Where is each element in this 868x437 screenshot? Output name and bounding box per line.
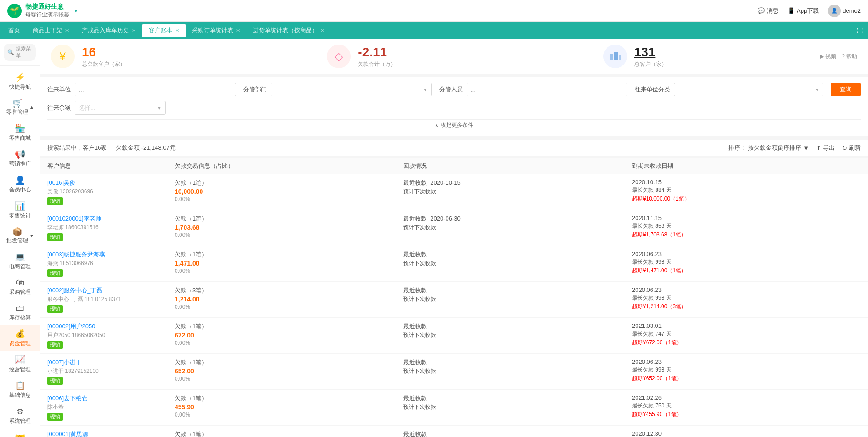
tab-close-import-stats[interactable]: ✕ <box>321 28 325 34</box>
sidebar-item-retail-mgmt[interactable]: 🛒 零售管理 ▲ <box>0 95 40 120</box>
inventory-icon: 🗃 <box>16 303 24 313</box>
source-category-select[interactable]: ▼ <box>674 83 823 96</box>
query-button[interactable]: 查询 <box>831 83 861 96</box>
tab-close-production-history[interactable]: ✕ <box>132 28 136 34</box>
debt-amount[interactable]: 1,703.68 <box>175 224 403 231</box>
debt-amount[interactable]: 652.00 <box>175 367 403 375</box>
customer-info-cell: [0003]畅捷服务尹海燕 海燕 18513066976 现销 <box>47 251 175 277</box>
message-btn[interactable]: 💬 消息 <box>758 7 778 15</box>
next-collection: 预计下次收款 <box>403 224 632 231</box>
customer-name-link[interactable]: [000002]用户2050 <box>47 322 175 331</box>
customer-name-link[interactable]: [0001020001]李老师 <box>47 215 175 223</box>
results-info: 搜索结果中，客户16家 欠款金额 -21,148.07元 <box>47 144 176 152</box>
collapse-filters-btn[interactable]: ∧ 收起更多条件 <box>47 119 861 131</box>
customer-name-link[interactable]: [0007]小进干 <box>47 358 175 367</box>
collection-cell: 最近收款 2020-06-30 预计下次收款 <box>403 215 632 231</box>
sort-select[interactable]: 排序： 按欠款金额倒序排序 ▼ <box>728 144 809 152</box>
balance-select[interactable]: 选择... ▼ <box>75 101 166 115</box>
sidebar-item-retail-stats[interactable]: 📊 零售统计 <box>0 197 40 223</box>
sidebar-item-purchase-mgmt[interactable]: 🛍 采购管理 <box>0 274 40 300</box>
store-name: 母婴行业演示账套 <box>25 11 69 19</box>
user-area[interactable]: 👤 demo2 <box>828 5 861 17</box>
sidebar-item-finance[interactable]: 💰 资金管理 <box>0 325 40 351</box>
next-collection: 预计下次收款 <box>403 260 632 267</box>
debt-count: 欠款（1笔） <box>175 215 403 223</box>
table-row: [0003]畅捷服务尹海燕 海燕 18513066976 现销 欠款（1笔） 1… <box>40 246 868 282</box>
debt-amount[interactable]: 455.90 <box>175 403 403 411</box>
sort-arrow: ▼ <box>803 145 809 151</box>
refresh-btn[interactable]: ↻ 刷新 <box>842 144 861 152</box>
customer-info-cell: [000002]用户2050 用户2050 18665062050 现销 <box>47 322 175 349</box>
tab-product-off[interactable]: 商品上下架 ✕ <box>26 24 75 37</box>
customer-info-cell: [0006]去下粮仓 陈小希 现销 <box>47 394 175 421</box>
sidebar-item-member[interactable]: 👤 会员中心 <box>0 171 40 197</box>
th-collection: 回款情况 <box>403 162 632 170</box>
sidebar-item-inventory[interactable]: 🗃 库存核算 <box>0 300 40 325</box>
tab-close-product-off[interactable]: ✕ <box>65 28 69 34</box>
sidebar-item-base-info[interactable]: 📋 基础信息 <box>0 377 40 403</box>
customer-sub: 吴俊 13026203696 <box>47 188 175 196</box>
customer-name-link[interactable]: [0003]畅捷服务尹海燕 <box>47 251 175 259</box>
app-download-btn[interactable]: 📱 App下载 <box>788 7 819 15</box>
sidebar-search-area: 🔍 搜索菜单 <box>0 39 40 66</box>
tab-purchase-order[interactable]: 采购订单统计表 ✕ <box>186 24 246 37</box>
sidebar-item-operations[interactable]: 📈 经营管理 <box>0 351 40 377</box>
debt-info-cell: 欠款（1笔） 429.00 0.00% <box>175 430 403 437</box>
sidebar-item-quick-nav[interactable]: ⚡ 快捷导航 <box>0 69 40 95</box>
overdue-amount-link[interactable]: 超期¥455.90（1笔） <box>632 411 861 418</box>
tab-close-purchase-order[interactable]: ✕ <box>236 28 240 34</box>
customer-tag: 现销 <box>47 413 63 421</box>
sidebar-item-system[interactable]: ⚙ 系统管理 <box>0 403 40 429</box>
sidebar-item-retail-mall[interactable]: 🏪 零售商城 <box>0 120 40 146</box>
due-date-cell: 2020.06.23 最长欠款 998 天 超期¥652.00（1笔） <box>632 358 861 382</box>
search-icon: 🔍 <box>7 49 14 55</box>
video-help-btn[interactable]: ▶ 视频 <box>820 53 836 60</box>
tab-controls: — ⛶ <box>845 27 866 34</box>
export-btn[interactable]: ⬆ 导出 <box>816 144 835 152</box>
table-row: [0007]小进干 小进干 18279152100 现销 欠款（1笔） 652.… <box>40 354 868 390</box>
overdue-amount-link[interactable]: 超期¥1,471.00（1笔） <box>632 267 861 275</box>
customer-name-link[interactable]: [0006]去下粮仓 <box>47 394 175 402</box>
collection-cell: 最近收款 预计下次收款 <box>403 394 632 411</box>
debt-amount[interactable]: 1,471.00 <box>175 260 403 267</box>
customer-name-link[interactable]: [0016]吴俊 <box>47 179 175 187</box>
tab-collapse-icon[interactable]: — <box>849 27 855 34</box>
tab-close-customer-account[interactable]: ✕ <box>175 28 179 34</box>
sidebar-item-enterprise[interactable]: 🤝 企业协同 <box>0 429 40 437</box>
dept-select[interactable]: ▼ <box>271 83 432 96</box>
overdue-amount-link[interactable]: 超期¥652.00（1笔） <box>632 375 861 382</box>
overdue-amount-link[interactable]: 超期¥1,214.00（3笔） <box>632 303 861 311</box>
search-menu-input[interactable]: 🔍 搜索菜单 <box>4 44 36 61</box>
sidebar-item-ecommerce[interactable]: 💻 电商管理 <box>0 248 40 274</box>
due-date-cell: 2021.02.26 最长欠款 750 天 超期¥455.90（1笔） <box>632 394 861 418</box>
overdue-amount-link[interactable]: 超期¥672.00（1笔） <box>632 339 861 347</box>
source-unit-input[interactable]: ... <box>75 83 236 96</box>
stat-info-debt-total: -2.11 欠款合计（万） <box>358 45 396 68</box>
sidebar-item-batch-mgmt[interactable]: 📦 批发管理 ▼ <box>0 223 40 248</box>
tab-expand-icon[interactable]: ⛶ <box>857 27 863 34</box>
filter-person: 分管人员 ... <box>439 83 628 96</box>
sidebar-item-marketing[interactable]: 📢 营销推广 <box>0 146 40 171</box>
debt-amount[interactable]: 10,000.00 <box>175 188 403 195</box>
help-btn[interactable]: ? 帮助 <box>842 53 857 60</box>
logo-area: 🌱 畅捷通好生意 母婴行业演示账套 ▾ <box>7 3 78 19</box>
store-dropdown-arrow[interactable]: ▾ <box>75 7 78 14</box>
tab-home[interactable]: 首页 <box>2 24 26 37</box>
overdue-amount-link[interactable]: 超期¥10,000.00（1笔） <box>632 195 861 203</box>
overdue-amount-link[interactable]: 超期¥1,703.68（1笔） <box>632 231 861 239</box>
tab-customer-account[interactable]: 客户账本 ✕ <box>142 24 186 37</box>
debt-amount[interactable]: 672.00 <box>175 332 403 339</box>
brand-info: 畅捷通好生意 母婴行业演示账套 <box>25 3 69 19</box>
next-collection: 预计下次收款 <box>403 188 632 196</box>
tab-import-stats[interactable]: 进货单统计表（按商品） ✕ <box>246 24 331 37</box>
person-input[interactable]: ... <box>467 83 628 96</box>
debt-total-icon: ◇ <box>327 45 351 68</box>
batch-mgmt-arrow: ▼ <box>30 233 34 238</box>
ecommerce-icon: 💻 <box>15 252 25 262</box>
debt-amount[interactable]: 1,214.00 <box>175 296 403 303</box>
tab-production-history[interactable]: 产成品入库单历史 ✕ <box>75 24 142 37</box>
customer-name-link[interactable]: [000001]黄思源 <box>47 430 175 437</box>
debt-count: 欠款（1笔） <box>175 358 403 367</box>
customer-name-link[interactable]: [0002]服务中心_丁磊 <box>47 286 175 295</box>
collapse-icon: ∧ <box>435 122 439 129</box>
